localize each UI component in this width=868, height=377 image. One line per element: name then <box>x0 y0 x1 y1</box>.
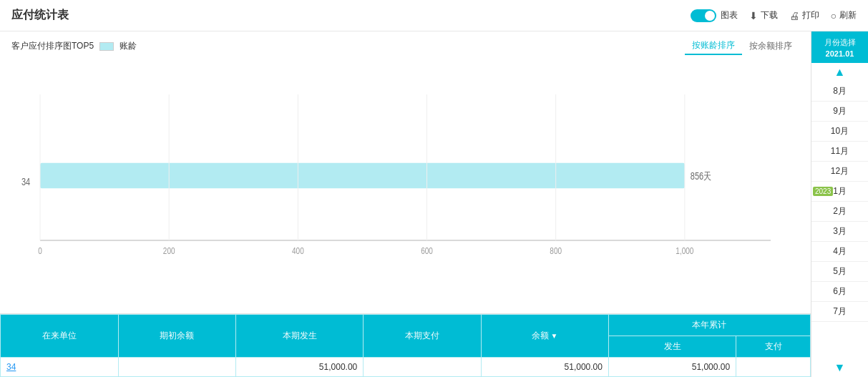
chart-legend: 客户应付排序图TOP5 账龄 <box>11 40 137 52</box>
refresh-button[interactable]: ○ 刷新 <box>831 9 857 21</box>
sidebar-month-7[interactable]: 7月 <box>811 302 868 322</box>
page-title: 应付统计表 <box>11 8 69 23</box>
header: 应付统计表 图表 ⬇ 下载 🖨 打印 ○ 刷新 <box>0 0 868 31</box>
toggle-track <box>691 9 716 22</box>
data-table: 在来单位 期初余额 本期发生 本期支付 余额▼ 本年累计 发生 支付 <box>0 314 811 377</box>
svg-text:800: 800 <box>550 246 562 255</box>
col-ytd-payment: 支付 <box>736 336 811 358</box>
cell-ytd-occurrence: 51,000.00 <box>608 358 736 377</box>
print-label: 打印 <box>802 9 819 21</box>
col-balance: 余额▼ <box>481 315 608 358</box>
svg-text:600: 600 <box>421 246 433 255</box>
table-row: 34 51,000.00 51,000.00 51,000.00 <box>1 358 811 377</box>
sidebar-month-3[interactable]: 3月 <box>811 222 868 242</box>
sidebar-month-4[interactable]: 4月 <box>811 242 868 262</box>
col-opening-balance: 期初余额 <box>118 315 236 358</box>
sidebar-month-11[interactable]: 11月 <box>811 142 868 162</box>
bar-chart: 34 856天 0 200 400 600 800 1,000 <box>11 58 799 313</box>
sidebar-down-button[interactable]: ▼ <box>811 358 868 377</box>
sidebar-month-9[interactable]: 9月 <box>811 102 868 122</box>
print-icon: 🖨 <box>789 10 799 21</box>
table-section: 在来单位 期初余额 本期发生 本期支付 余额▼ 本年累计 发生 支付 <box>0 313 811 377</box>
chart-wrapper: 34 856天 0 200 400 600 800 1,000 <box>0 58 811 313</box>
refresh-label: 刷新 <box>839 9 857 21</box>
col-ytd-occurrence: 发生 <box>608 336 736 358</box>
sidebar-month-2[interactable]: 2月 <box>811 202 868 222</box>
cell-balance: 51,000.00 <box>481 358 608 377</box>
legend-title: 客户应付排序图TOP5 <box>11 40 94 52</box>
print-button[interactable]: 🖨 打印 <box>789 9 819 21</box>
refresh-icon: ○ <box>831 10 837 21</box>
download-icon: ⬇ <box>749 10 758 21</box>
year-badge-2023: 2023 <box>813 187 833 196</box>
header-actions: 图表 ⬇ 下载 🖨 打印 ○ 刷新 <box>691 9 857 22</box>
svg-rect-1 <box>40 163 685 189</box>
sidebar-month-10[interactable]: 10月 <box>811 122 868 142</box>
balance-sort-icon: ▼ <box>550 332 557 340</box>
download-button[interactable]: ⬇ 下载 <box>749 9 778 21</box>
sidebar-month-12[interactable]: 12月 <box>811 162 868 182</box>
svg-text:0: 0 <box>38 246 42 255</box>
svg-text:34: 34 <box>21 177 30 188</box>
sidebar: 月份选择 2021.01 ▲ 8月 9月 10月 11月 12月 2023 1月… <box>811 31 868 377</box>
col-current-payment: 本期支付 <box>364 315 482 358</box>
legend-text: 账龄 <box>120 40 137 52</box>
cell-current-payment <box>364 358 482 377</box>
sidebar-up-button[interactable]: ▲ <box>811 63 868 82</box>
app-container: 应付统计表 图表 ⬇ 下载 🖨 打印 ○ 刷新 <box>0 0 868 377</box>
cell-ytd-payment <box>736 358 811 377</box>
svg-text:400: 400 <box>292 246 304 255</box>
sort-by-balance-button[interactable]: 按账龄排序 <box>685 37 742 55</box>
cell-current-occurrence: 51,000.00 <box>236 358 364 377</box>
toggle-label: 图表 <box>721 9 738 21</box>
sort-by-amount-button[interactable]: 按余额排序 <box>742 37 799 55</box>
cell-unit[interactable]: 34 <box>1 358 119 377</box>
chart-table-area: 客户应付排序图TOP5 账龄 按账龄排序 按余额排序 34 856天 <box>0 31 811 377</box>
chart-header: 客户应付排序图TOP5 账龄 按账龄排序 按余额排序 <box>0 31 811 58</box>
sidebar-month-6[interactable]: 6月 <box>811 282 868 302</box>
col-ytd: 本年累计 <box>608 315 810 336</box>
sidebar-date: 2021.01 <box>826 49 854 58</box>
col-current-occurrence: 本期发生 <box>236 315 364 358</box>
toggle-thumb <box>705 11 715 21</box>
sidebar-header: 月份选择 2021.01 <box>811 31 868 63</box>
sidebar-month-8[interactable]: 8月 <box>811 82 868 102</box>
sidebar-label: 月份选择 <box>824 37 856 48</box>
cell-opening-balance <box>118 358 236 377</box>
col-unit: 在来单位 <box>1 315 119 358</box>
sidebar-month-1[interactable]: 2023 1月 <box>811 182 868 202</box>
svg-text:856天: 856天 <box>691 170 712 182</box>
chart-toggle[interactable]: 图表 <box>691 9 738 22</box>
main-content: 客户应付排序图TOP5 账龄 按账龄排序 按余额排序 34 856天 <box>0 31 868 377</box>
download-label: 下载 <box>761 9 778 21</box>
sidebar-month-list: 8月 9月 10月 11月 12月 2023 1月 2月 3月 4月 5月 6月… <box>811 82 868 358</box>
table-wrapper: 在来单位 期初余额 本期发生 本期支付 余额▼ 本年累计 发生 支付 <box>0 314 811 377</box>
chart-sort-buttons: 按账龄排序 按余额排序 <box>685 37 799 55</box>
svg-text:1,000: 1,000 <box>676 246 693 255</box>
sidebar-month-5[interactable]: 5月 <box>811 262 868 282</box>
legend-box <box>99 42 114 51</box>
svg-text:200: 200 <box>163 246 175 255</box>
